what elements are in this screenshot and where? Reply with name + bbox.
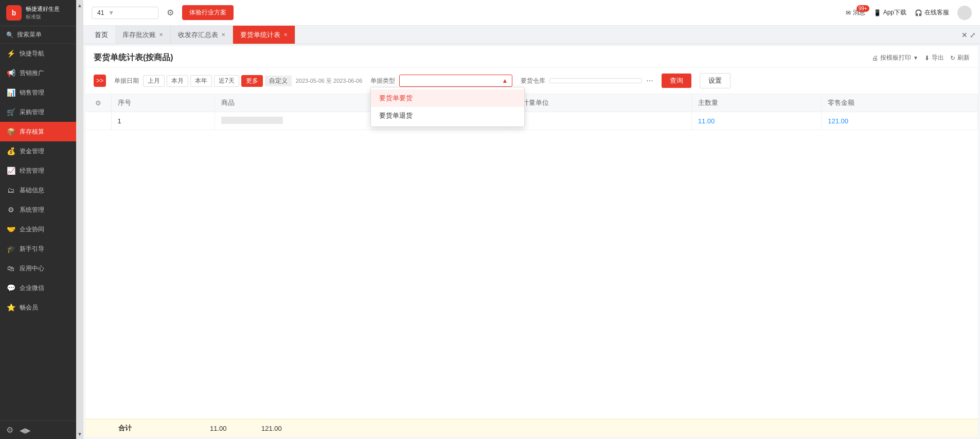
type-filter-label: 单据类型 bbox=[370, 77, 395, 85]
dropdown-item-requisition-order[interactable]: 要货单要货 bbox=[371, 89, 524, 107]
branch-selector[interactable]: 41 ▼ bbox=[92, 7, 158, 19]
wechat-icon: 💬 bbox=[6, 283, 15, 292]
table-container: ⚙ 序号 商品 主计量单位 主数量 零售金额 1 bbox=[85, 94, 978, 419]
sidebar-nav: ⚡ 快捷导航 📢 营销推广 📊 销售管理 🛒 采购管理 📦 库存核算 💰 资金管… bbox=[0, 44, 76, 420]
cell-amount: 121.00 bbox=[822, 112, 978, 130]
enterprise-icon: 🤝 bbox=[6, 225, 15, 234]
sidebar-item-wechat[interactable]: 💬 企业微信 bbox=[0, 278, 76, 298]
column-index: 序号 bbox=[111, 94, 215, 112]
sidebar-item-system[interactable]: ⚙ 系统管理 bbox=[0, 200, 76, 220]
close-tab-btn[interactable]: ✕ bbox=[961, 31, 968, 39]
member-icon: ⭐ bbox=[6, 303, 15, 312]
product-placeholder bbox=[221, 117, 283, 124]
tab-close-requisition[interactable]: ✕ bbox=[283, 32, 288, 38]
app-download-button[interactable]: 📱 App下载 bbox=[874, 8, 906, 17]
tab-home[interactable]: 首页 bbox=[87, 26, 115, 44]
cell-settings bbox=[85, 112, 111, 130]
date-custom-btn[interactable]: 自定义 bbox=[265, 76, 292, 86]
footer-label: 合计 bbox=[92, 424, 210, 433]
sidebar-item-sales[interactable]: 📊 销售管理 bbox=[0, 83, 76, 102]
sidebar-item-finance[interactable]: 💰 资金管理 bbox=[0, 141, 76, 161]
finance-icon: 💰 bbox=[6, 147, 15, 156]
sidebar-search[interactable]: 🔍 搜索菜单 bbox=[0, 26, 76, 44]
purchase-icon: 🛒 bbox=[6, 107, 15, 117]
date-last-7days-btn[interactable]: 近7天 bbox=[214, 75, 239, 87]
query-button[interactable]: 查询 bbox=[662, 74, 691, 88]
tabbar: 首页 库存批次账 ✕ 收发存汇总表 ✕ 要货单统计表 ✕ ✕ ⤢ bbox=[83, 26, 980, 44]
date-more-btn[interactable]: 更多 bbox=[241, 75, 263, 87]
refresh-icon: ↻ bbox=[950, 54, 955, 62]
export-icon: ⬇ bbox=[924, 54, 930, 62]
date-this-year-btn[interactable]: 本年 bbox=[190, 75, 212, 87]
user-avatar[interactable] bbox=[957, 6, 972, 20]
sidebar-item-appstore[interactable]: 🛍 应用中心 bbox=[0, 259, 76, 278]
sidebar-item-purchase[interactable]: 🛒 采购管理 bbox=[0, 102, 76, 122]
filter-expand-button[interactable]: >> bbox=[94, 75, 106, 87]
scroll-down-arrow[interactable]: ▼ bbox=[76, 429, 83, 439]
messages-button[interactable]: ✉ 消息 99+ bbox=[846, 8, 865, 17]
refresh-button[interactable]: ↻ 刷新 bbox=[950, 53, 970, 62]
messages-badge: 99+ bbox=[857, 5, 869, 12]
print-dropdown-icon: ▼ bbox=[913, 55, 918, 61]
topbar-settings-button[interactable]: ⚙ bbox=[163, 5, 178, 21]
tab-requisition[interactable]: 要货单统计表 ✕ bbox=[233, 26, 295, 44]
print-icon: 🖨 bbox=[872, 54, 878, 62]
date-last-month-btn[interactable]: 上月 bbox=[143, 75, 165, 87]
print-template-button[interactable]: 🖨 按模板打印 ▼ bbox=[872, 53, 918, 62]
system-icon: ⚙ bbox=[6, 205, 15, 214]
newbie-icon: 🎓 bbox=[6, 244, 15, 253]
logo-icon: b bbox=[6, 5, 22, 21]
tab-close-inventory-batch[interactable]: ✕ bbox=[159, 32, 163, 38]
column-unit: 主计量单位 bbox=[509, 94, 691, 112]
sidebar-item-operation[interactable]: 📈 经营管理 bbox=[0, 161, 76, 180]
settings-button[interactable]: 设置 bbox=[700, 73, 730, 88]
warehouse-filter-input[interactable] bbox=[549, 78, 642, 83]
tab-receivables[interactable]: 收发存汇总表 ✕ bbox=[171, 26, 233, 44]
date-range-display: 2023-05-06 至 2023-06-06 bbox=[296, 77, 363, 85]
column-quantity: 主数量 bbox=[691, 94, 821, 112]
inventory-icon: 📦 bbox=[6, 127, 15, 136]
dropdown-item-requisition-return[interactable]: 要货单退货 bbox=[371, 107, 524, 124]
more-filters-button[interactable]: ··· bbox=[646, 76, 653, 85]
page-content: 要货单统计表(按商品) 🖨 按模板打印 ▼ ⬇ 导出 ↻ 刷新 >> bbox=[85, 46, 978, 437]
app-logo: b 畅捷通好生意 标准版 bbox=[0, 0, 76, 26]
sidebar-bottom: ⚙ ◀▶ bbox=[0, 420, 76, 439]
page-actions: 🖨 按模板打印 ▼ ⬇ 导出 ↻ 刷新 bbox=[872, 53, 970, 62]
footer-amount: 121.00 bbox=[261, 425, 313, 432]
online-service-button[interactable]: 🎧 在线客服 bbox=[915, 8, 949, 17]
sidebar-item-inventory[interactable]: 📦 库存核算 bbox=[0, 122, 76, 141]
column-settings-icon[interactable]: ⚙ bbox=[85, 94, 111, 112]
sidebar-item-member[interactable]: ⭐ 畅会员 bbox=[0, 298, 76, 317]
table-row: 1 块 11.00 121.00 bbox=[85, 112, 978, 130]
topbar: 41 ▼ ⚙ 体验行业方案 ✉ 消息 99+ 📱 App下载 🎧 在线客服 bbox=[83, 0, 980, 26]
page-header: 要货单统计表(按商品) 🖨 按模板打印 ▼ ⬇ 导出 ↻ 刷新 bbox=[85, 46, 978, 68]
sidebar-item-enterprise[interactable]: 🤝 企业协同 bbox=[0, 220, 76, 239]
sidebar-item-basic[interactable]: 🗂 基础信息 bbox=[0, 180, 76, 200]
type-filter-group: 单据类型 ▲ 要货单要货 要货单退货 bbox=[370, 75, 512, 87]
maximize-tab-btn[interactable]: ⤢ bbox=[970, 31, 976, 39]
export-button[interactable]: ⬇ 导出 bbox=[924, 53, 944, 62]
type-filter-input[interactable]: ▲ bbox=[399, 75, 512, 87]
sidebar-item-shortcut[interactable]: ⚡ 快捷导航 bbox=[0, 44, 76, 63]
sidebar-item-marketing[interactable]: 📢 营销推广 bbox=[0, 63, 76, 83]
date-shortcuts: 上月 本月 本年 近7天 更多 自定义 bbox=[143, 75, 292, 87]
tab-inventory-batch[interactable]: 库存批次账 ✕ bbox=[115, 26, 171, 44]
topbar-right: ✉ 消息 99+ 📱 App下载 🎧 在线客服 bbox=[846, 6, 972, 20]
basic-icon: 🗂 bbox=[6, 186, 15, 195]
cell-unit: 块 bbox=[509, 112, 691, 130]
type-chevron-up-icon: ▲ bbox=[502, 77, 508, 84]
scroll-up-arrow[interactable]: ▲ bbox=[76, 0, 83, 10]
date-this-month-btn[interactable]: 本月 bbox=[167, 75, 188, 87]
footer-quantity: 11.00 bbox=[210, 425, 261, 432]
date-filter-label: 单据日期 bbox=[114, 77, 139, 85]
sidebar-item-newbie[interactable]: 🎓 新手引导 bbox=[0, 239, 76, 259]
tab-close-receivables[interactable]: ✕ bbox=[221, 32, 225, 38]
trial-button[interactable]: 体验行业方案 bbox=[182, 5, 234, 20]
settings-bottom-icon[interactable]: ⚙ bbox=[6, 425, 13, 435]
branch-dropdown-icon: ▼ bbox=[108, 9, 114, 16]
data-table: ⚙ 序号 商品 主计量单位 主数量 零售金额 1 bbox=[85, 94, 978, 130]
column-amount: 零售金额 bbox=[822, 94, 978, 112]
warehouse-filter-label: 要货仓库 bbox=[521, 77, 545, 85]
collapse-icon[interactable]: ◀▶ bbox=[20, 426, 31, 434]
sidebar: b 畅捷通好生意 标准版 🔍 搜索菜单 ⚡ 快捷导航 📢 营销推广 📊 销售管理… bbox=[0, 0, 76, 439]
